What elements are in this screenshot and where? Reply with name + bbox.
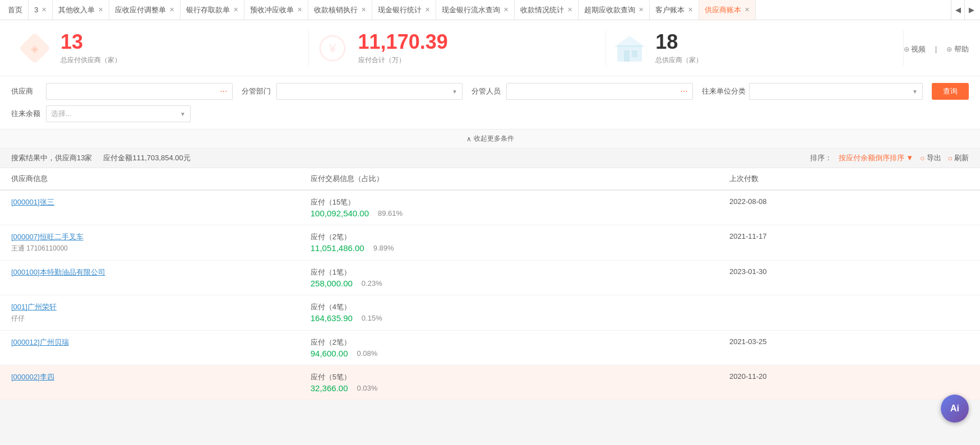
transaction-amount-5[interactable]: 94,600.00 [311, 349, 348, 358]
transaction-info-3: 应付（1笔） 258,000.00 0.23% [311, 267, 729, 288]
refresh-button[interactable]: ○ 刷新 [948, 153, 969, 163]
supplier-count: 搜索结果中，供应商13家 [11, 153, 92, 163]
help-link[interactable]: ⊙ 帮助 [946, 44, 969, 54]
nav-arrows: ◀ ▶ [951, 0, 978, 20]
nav-arrow-left[interactable]: ◀ [951, 0, 964, 20]
supplier-info-4: [001]广州荣轩 仔仔 [11, 302, 311, 323]
supplier-link-4[interactable]: [001]广州荣轩 [11, 302, 311, 312]
transaction-info-6: 应付（5笔） 32,366.00 0.03% [311, 372, 729, 393]
video-link[interactable]: ⊙ 视频 [904, 44, 926, 54]
supplier-link-6[interactable]: [000002]李四 [11, 372, 311, 382]
balance-arrow-icon: ▼ [180, 111, 186, 117]
tab-verify[interactable]: 收款核销执行 ✕ [308, 0, 372, 20]
supplier-link-2[interactable]: [000007]恒旺二手叉车 [11, 232, 311, 242]
tab-3-close[interactable]: ✕ [41, 6, 47, 13]
chevron-up-icon: ∧ [466, 135, 471, 143]
last-payment-1: 2022-08-08 [729, 197, 969, 206]
separator: ｜ [932, 44, 940, 54]
category-label: 往来单位分类 [702, 86, 746, 96]
transaction-detail-2: 应付（2笔） 11,051,486.00 9.89% [311, 232, 729, 253]
balance-label: 往来余额 [11, 109, 43, 119]
results-actions: 排序： 按应付余额倒序排序 ▼ ○ 导出 ○ 刷新 [810, 153, 969, 163]
tab-bank-close[interactable]: ✕ [233, 6, 238, 13]
supplier-link-5[interactable]: [000012]广州贝瑞 [11, 337, 311, 347]
person-text-input[interactable] [511, 87, 680, 96]
supplier-input[interactable]: ··· [46, 83, 233, 100]
transaction-label-6: 应付（5笔） [311, 372, 729, 382]
transaction-percent-3: 0.23% [362, 279, 382, 288]
person-input[interactable]: ··· [506, 83, 693, 100]
transaction-amount-1[interactable]: 100,092,540.00 [311, 208, 369, 218]
transaction-row-2: 11,051,486.00 9.89% [311, 243, 729, 253]
supplier-info-5: [000012]广州贝瑞 [11, 337, 311, 347]
tab-overdue[interactable]: 超期应收款查询 ✕ [579, 0, 650, 20]
category-select[interactable]: ▼ [749, 83, 923, 100]
sort-label: 排序： [810, 153, 832, 163]
tab-bank[interactable]: 银行存取款单 ✕ [181, 0, 244, 20]
supplier-link-1[interactable]: [000001]张三 [11, 197, 311, 207]
search-button[interactable]: 查询 [932, 83, 969, 100]
transaction-detail-1: 应付（15笔） 100,092,540.00 89.61% [311, 197, 729, 218]
transaction-percent-2: 9.89% [373, 244, 394, 252]
last-payment-2: 2021-11-17 [729, 232, 969, 240]
tab-bank-label: 银行存取款单 [186, 5, 230, 15]
tab-customer-book-close[interactable]: ✕ [688, 6, 693, 13]
transaction-percent-4: 0.15% [362, 314, 382, 322]
dept-select[interactable]: ▼ [276, 83, 463, 100]
supplier-link-3[interactable]: [000100]本特勤油品有限公司 [11, 267, 311, 277]
table-row: [000001]张三 应付（15笔） 100,092,540.00 89.61%… [0, 191, 980, 225]
supplier-info-1: [000001]张三 [11, 197, 311, 207]
tab-cash-stat-close[interactable]: ✕ [425, 6, 430, 13]
tab-prepay[interactable]: 预收冲应收单 ✕ [244, 0, 308, 20]
supplier-sub-2: 王通 17106110000 [11, 244, 311, 253]
transaction-info-2: 应付（2笔） 11,051,486.00 9.89% [311, 232, 729, 253]
transaction-info-4: 应付（4笔） 164,635.90 0.15% [311, 302, 729, 323]
collapse-button[interactable]: ∧ 收起更多条件 [460, 133, 521, 145]
transaction-label-3: 应付（1笔） [311, 267, 729, 277]
tab-supplier-book-close[interactable]: ✕ [745, 6, 750, 13]
person-dots-icon: ··· [680, 86, 687, 96]
tab-customer-book[interactable]: 客户账本 ✕ [650, 0, 699, 20]
filter-row-2: 往来余额 选择... ▼ [11, 105, 969, 122]
tab-home[interactable]: 首页 [2, 0, 29, 20]
export-button[interactable]: ○ 导出 [920, 153, 941, 163]
transaction-amount-2[interactable]: 11,051,486.00 [311, 243, 364, 253]
tab-verify-label: 收款核销执行 [314, 5, 358, 15]
balance-select[interactable]: 选择... ▼ [46, 105, 191, 122]
tab-other-income-label: 其他收入单 [58, 5, 95, 15]
tab-verify-close[interactable]: ✕ [361, 6, 366, 13]
tab-supplier-book[interactable]: 供应商账本 ✕ [699, 0, 756, 20]
last-payment-3: 2023-01-30 [729, 267, 969, 276]
summary-card-payable-suppliers: ◈ 13 总应付供应商（家） [11, 30, 309, 66]
tab-overdue-close[interactable]: ✕ [639, 6, 644, 13]
supplier-text-input[interactable] [51, 87, 220, 96]
sort-arrow-icon: ▼ [906, 154, 913, 162]
transaction-row-3: 258,000.00 0.23% [311, 279, 729, 288]
tab-receipt-stat[interactable]: 收款情况统计 ✕ [515, 0, 579, 20]
refresh-icon: ○ [948, 154, 953, 163]
transaction-amount-6[interactable]: 32,366.00 [311, 383, 348, 393]
sort-select[interactable]: 按应付余额倒序排序 ▼ [839, 153, 914, 163]
tab-cash-flow-close[interactable]: ✕ [503, 6, 509, 13]
tab-other-income-close[interactable]: ✕ [98, 6, 103, 13]
tab-cash-flow[interactable]: 现金银行流水查询 ✕ [436, 0, 515, 20]
transaction-amount-4[interactable]: 164,635.90 [311, 313, 353, 323]
tab-cash-flow-label: 现金银行流水查询 [442, 5, 500, 15]
tab-other-income[interactable]: 其他收入单 ✕ [53, 0, 109, 20]
transaction-info-1: 应付（15笔） 100,092,540.00 89.61% [311, 197, 729, 218]
tab-adjustment-close[interactable]: ✕ [169, 6, 174, 13]
last-payment-6: 2020-11-20 [729, 372, 969, 381]
tab-adjustment[interactable]: 应收应付调整单 ✕ [109, 0, 181, 20]
filter-dept: 分管部门 ▼ [242, 83, 463, 100]
tab-prepay-close[interactable]: ✕ [297, 6, 302, 13]
tab-3[interactable]: 3 ✕ [29, 0, 53, 20]
transaction-amount-3[interactable]: 258,000.00 [311, 279, 353, 288]
card3-info: 18 总供应商（家） [655, 31, 702, 65]
coin-icon: ¥ [315, 30, 350, 66]
card2-number: 11,170.39 [358, 31, 448, 53]
nav-arrow-right[interactable]: ▶ [964, 0, 978, 20]
tab-cash-stat[interactable]: 现金银行统计 ✕ [372, 0, 436, 20]
last-payment-date-1: 2022-08-08 [729, 195, 767, 206]
tab-receipt-stat-close[interactable]: ✕ [567, 6, 572, 13]
transaction-detail-3: 应付（1笔） 258,000.00 0.23% [311, 267, 729, 288]
